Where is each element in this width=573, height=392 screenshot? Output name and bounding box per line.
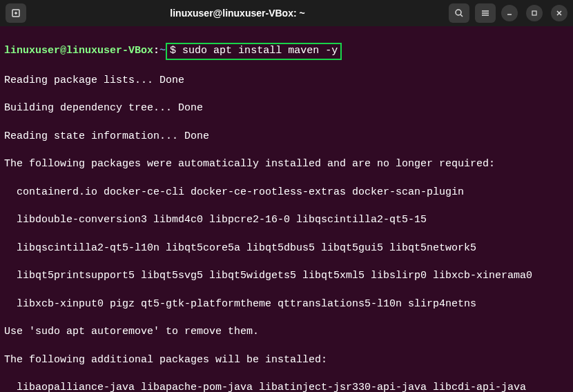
- titlebar: linuxuser@linuxuser-VBox: ~: [0, 0, 573, 26]
- terminal-content[interactable]: linuxuser@linuxuser-VBox:~$ sudo apt ins…: [0, 26, 573, 392]
- output-line: Reading package lists... Done: [4, 74, 569, 88]
- output-line: libxcb-xinput0 pigz qt5-gtk-platformthem…: [4, 297, 569, 311]
- output-line: libaopalliance-java libapache-pom-java l…: [4, 381, 569, 392]
- minimize-button[interactable]: [501, 5, 518, 21]
- output-line: libqscintilla2-qt5-l10n libqt5core5a lib…: [4, 242, 569, 255]
- output-line: Use 'sudo apt autoremove' to remove them…: [4, 325, 569, 339]
- new-tab-button[interactable]: [6, 3, 26, 23]
- window-controls: [501, 5, 567, 21]
- output-line: Reading state information... Done: [4, 130, 569, 144]
- maximize-button[interactable]: [526, 5, 543, 21]
- output-line: The following packages were automaticall…: [4, 157, 569, 171]
- menu-button[interactable]: [475, 3, 496, 23]
- close-button[interactable]: [551, 5, 567, 21]
- search-button[interactable]: [449, 3, 469, 23]
- output-line: The following additional packages will b…: [4, 353, 569, 367]
- output-line: Building dependency tree... Done: [4, 101, 569, 115]
- command-text: sudo apt install maven -y: [182, 45, 338, 57]
- svg-rect-2: [532, 11, 536, 15]
- svg-point-1: [456, 10, 461, 15]
- output-line: libdouble-conversion3 libmd4c0 libpcre2-…: [4, 213, 569, 227]
- prompt-user-host: linuxuser@linuxuser-VBox: [4, 45, 153, 57]
- output-line: libqt5printsupport5 libqt5svg5 libqt5wid…: [4, 269, 569, 283]
- prompt-dollar: $: [170, 45, 176, 57]
- prompt-line: linuxuser@linuxuser-VBox:~$ sudo apt ins…: [4, 43, 569, 59]
- window-title: linuxuser@linuxuser-VBox: ~: [32, 8, 443, 19]
- prompt-separator: :: [153, 45, 159, 57]
- command-highlight-box: $ sudo apt install maven -y: [166, 43, 342, 59]
- prompt-path: ~: [159, 45, 166, 57]
- output-line: containerd.io docker-ce-cli docker-ce-ro…: [4, 186, 569, 199]
